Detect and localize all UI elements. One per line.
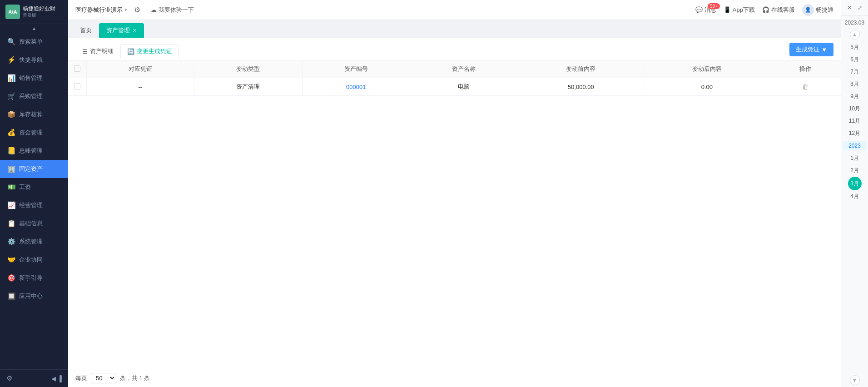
app-download-button[interactable]: 📱 App下载 xyxy=(724,6,755,14)
col-header-asset-name: 资产名称 xyxy=(410,60,518,78)
row-change-type-cell: 资产清理 xyxy=(194,78,303,96)
action-area: 生成凭证 ▼ xyxy=(789,43,833,60)
sidebar-footer: ⚙ ◀ ▐ xyxy=(0,369,68,387)
month-item-7[interactable]: 7月 xyxy=(841,66,868,78)
row-checkbox[interactable] xyxy=(74,83,80,89)
row-asset-code-cell: 000001 xyxy=(302,78,410,96)
sidebar-collapse-icon[interactable]: ◀ ▐ xyxy=(51,375,62,382)
sidebar-item-ledger[interactable]: 📒 总账管理 xyxy=(0,142,68,160)
panel-close-button[interactable]: ✕ xyxy=(845,3,854,13)
row-before-change-cell: 50,000.00 xyxy=(518,78,644,96)
gear-icon: ⚙ xyxy=(134,5,140,14)
table-row: -- 资产清理 000001 电脑 50,000.00 0.00 🗑 xyxy=(68,78,841,96)
sidebar-item-fixed-assets[interactable]: 🏢 固定资产 xyxy=(0,160,68,178)
month-item-6[interactable]: 6月 xyxy=(841,54,868,66)
building-icon: 🏢 xyxy=(7,165,15,173)
month-item-12[interactable]: 12月 xyxy=(841,127,868,139)
logo-sub: 普及版 xyxy=(23,12,55,18)
sidebar-item-label: 快捷导航 xyxy=(19,56,43,64)
sidebar-item-quick-nav[interactable]: ⚡ 快捷导航 xyxy=(0,51,68,69)
scroll-down-circle: ▼ xyxy=(850,375,860,385)
username-label: 畅捷通 xyxy=(816,6,833,14)
month-item-8[interactable]: 8月 xyxy=(841,78,868,90)
company-selector[interactable]: 医疗器械行业演示 ▾ xyxy=(75,6,127,14)
year-marker-2023: 2023 xyxy=(843,141,866,150)
experience-label: 我要体验一下 xyxy=(159,6,194,14)
panel-expand-button[interactable]: ⤢ xyxy=(856,3,865,13)
header-settings-button[interactable]: ⚙ xyxy=(131,4,144,16)
generate-voucher-button[interactable]: 生成凭证 ▼ xyxy=(789,43,833,56)
money-icon: 💰 xyxy=(7,129,15,137)
month-item-1[interactable]: 1月 xyxy=(841,152,868,164)
select-all-checkbox[interactable] xyxy=(74,65,80,72)
sidebar-item-label: 库存核算 xyxy=(19,110,43,119)
sidebar-item-label: 新手引导 xyxy=(19,274,43,282)
col-header-check xyxy=(68,60,86,78)
tab-home[interactable]: 首页 xyxy=(73,23,99,38)
month-item-3-active[interactable]: 3月 xyxy=(848,177,862,190)
month-item-5[interactable]: 5月 xyxy=(841,41,868,54)
sidebar-item-cooperation[interactable]: 🤝 企业协同 xyxy=(0,251,68,269)
month-item-4[interactable]: 4月 xyxy=(841,190,868,203)
experience-button[interactable]: ☁ 我要体验一下 xyxy=(147,4,198,16)
page-size-prefix-label: 每页 xyxy=(75,374,87,382)
list-icon: ☰ xyxy=(82,48,88,55)
sidebar-item-salary[interactable]: 💵 工资 xyxy=(0,178,68,196)
operations-icon: 📈 xyxy=(7,201,15,209)
sub-tab-asset-detail[interactable]: ☰ 资产明细 xyxy=(75,44,120,59)
home-tab-label: 首页 xyxy=(80,26,92,35)
delete-row-button[interactable]: 🗑 xyxy=(802,83,808,90)
right-panel-year-label: 2023.03 xyxy=(841,16,868,28)
change-icon: 🔄 xyxy=(127,48,134,55)
tab-asset-management[interactable]: 资产管理 ✕ xyxy=(99,23,144,38)
sidebar-item-inventory[interactable]: 📦 库存核算 xyxy=(0,105,68,124)
sidebar-item-sales[interactable]: 📊 销售管理 xyxy=(0,69,68,87)
month-item-2[interactable]: 2月 xyxy=(841,164,868,177)
sub-tab-bar: ☰ 资产明细 🔄 变更生成凭证 生成凭证 ▼ xyxy=(68,38,841,60)
user-info[interactable]: 👤 畅捷通 xyxy=(802,4,833,16)
row-after-change-cell: 0.00 xyxy=(644,78,770,96)
sidebar-scroll-up[interactable]: ▲ xyxy=(0,24,68,33)
month-list: 5月 6月 7月 8月 9月 10月 11月 12月 2023 1月 2月 3月… xyxy=(841,41,868,373)
col-header-voucher: 对应凭证 xyxy=(86,60,194,78)
sidebar-item-label: 资金管理 xyxy=(19,129,43,137)
page-size-select[interactable]: 20 50 100 xyxy=(91,373,116,383)
guide-icon: 🎯 xyxy=(7,274,15,282)
sub-tab-change-voucher[interactable]: 🔄 变更生成凭证 xyxy=(120,44,179,59)
row-voucher-cell: -- xyxy=(86,78,194,96)
sidebar-item-label: 搜索菜单 xyxy=(19,38,43,46)
salary-icon: 💵 xyxy=(7,183,15,191)
col-header-change-type: 变动类型 xyxy=(194,60,303,78)
col-header-asset-code: 资产编号 xyxy=(302,60,410,78)
sidebar-item-label: 总账管理 xyxy=(19,147,43,155)
sidebar: AtA 畅捷通好业财 普及版 ▲ 🔍 搜索菜单 ⚡ 快捷导航 📊 销售管理 🛒 … xyxy=(0,0,68,387)
sidebar-item-search[interactable]: 🔍 搜索菜单 xyxy=(0,33,68,51)
notification-button[interactable]: 💬 消息 99+ xyxy=(695,6,716,14)
month-item-11[interactable]: 11月 xyxy=(841,115,868,127)
month-item-10[interactable]: 10月 xyxy=(841,103,868,115)
sidebar-item-capital[interactable]: 💰 资金管理 xyxy=(0,124,68,142)
month-item-9[interactable]: 9月 xyxy=(841,90,868,103)
sidebar-item-guide[interactable]: 🎯 新手引导 xyxy=(0,269,68,287)
company-name: 医疗器械行业演示 xyxy=(75,6,123,14)
sidebar-item-label: 基础信息 xyxy=(19,219,43,228)
info-icon: 📋 xyxy=(7,219,15,228)
row-check-cell xyxy=(68,78,86,96)
customer-service-label: 在线客服 xyxy=(771,6,795,14)
sidebar-item-purchase[interactable]: 🛒 采购管理 xyxy=(0,87,68,105)
sidebar-item-system[interactable]: ⚙️ 系统管理 xyxy=(0,233,68,251)
month-scroll-down-button[interactable]: ▼ xyxy=(841,373,868,387)
customer-service-button[interactable]: 🎧 在线客服 xyxy=(762,6,795,14)
flash-icon: ⚡ xyxy=(7,56,15,64)
logo-name: 畅捷通好业财 xyxy=(23,5,55,13)
row-action-cell: 🗑 xyxy=(770,78,841,96)
settings-gear-icon[interactable]: ⚙ xyxy=(6,374,12,382)
sidebar-item-label: 固定资产 xyxy=(19,165,43,173)
sidebar-item-operations[interactable]: 📈 经营管理 xyxy=(0,196,68,214)
sidebar-item-app-center[interactable]: 🔲 应用中心 xyxy=(0,287,68,305)
sidebar-item-basic-info[interactable]: 📋 基础信息 xyxy=(0,214,68,233)
tab-close-icon[interactable]: ✕ xyxy=(133,28,137,34)
sidebar-item-label: 系统管理 xyxy=(19,238,43,246)
main-area: 医疗器械行业演示 ▾ ⚙ ☁ 我要体验一下 💬 消息 99+ 📱 App下载 xyxy=(68,0,841,387)
month-scroll-up-button[interactable]: ▲ xyxy=(841,28,868,41)
